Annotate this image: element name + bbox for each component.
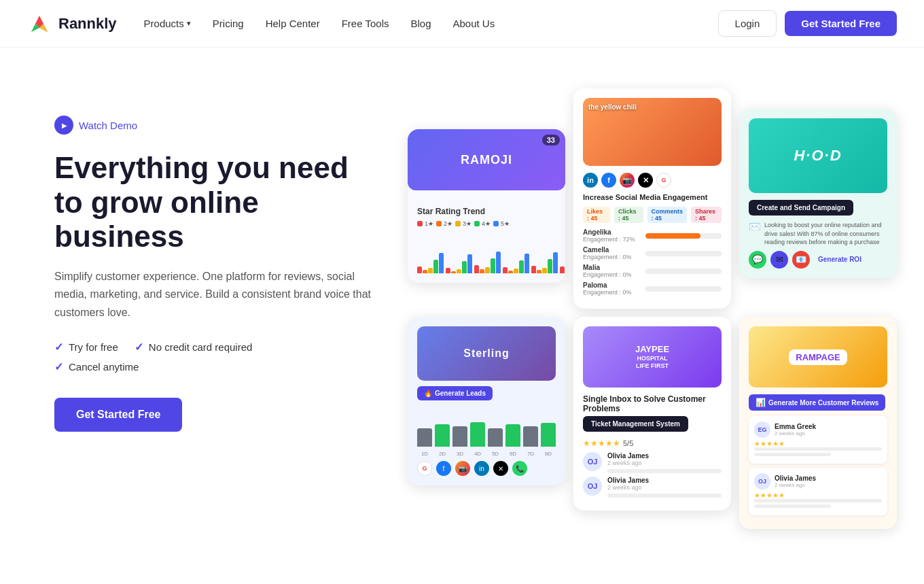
chart-icon: 📊	[756, 398, 766, 407]
legend-dot	[455, 221, 461, 226]
hero-cta-button[interactable]: Get Started Free	[54, 398, 182, 432]
legend-2star: 2★	[436, 220, 452, 227]
engagement-bar	[645, 251, 722, 256]
person-name: Angelika	[583, 228, 635, 236]
bar	[485, 267, 490, 273]
bar	[508, 271, 513, 273]
bar	[467, 254, 472, 273]
bar-group	[531, 252, 558, 273]
review-text-line	[607, 494, 722, 498]
bar-group	[474, 252, 501, 273]
card-body: H·O·D Create and Send Campaign ✉️ Lookin…	[739, 109, 897, 278]
leads-bar-chart	[417, 406, 556, 447]
bar-group	[417, 253, 444, 273]
bar	[519, 260, 524, 273]
reviewer-row: OJ Olivia James 2 weeks ago	[583, 452, 722, 473]
check-icon: ✓	[135, 341, 143, 354]
rc-name: Emma Greek	[775, 423, 816, 430]
leads-bar	[470, 422, 485, 447]
card-badge: 33	[542, 135, 560, 145]
bar	[548, 259, 552, 273]
clicks-badge: Clicks : 45	[614, 207, 643, 223]
leads-bar	[452, 426, 467, 447]
mail-icon: 📧	[792, 251, 810, 269]
reviews-card: RAMPAGE 📊 Generate More Customer Reviews…	[739, 317, 897, 529]
leads-bar	[541, 423, 556, 447]
leads-bar	[435, 424, 450, 447]
linkedin-icon: in	[474, 461, 489, 476]
bar	[553, 252, 558, 273]
reviewer-avatar: OJ	[583, 452, 602, 471]
campaign-card: H·O·D Create and Send Campaign ✉️ Lookin…	[739, 109, 897, 278]
nav-help-center[interactable]: Help Center	[266, 18, 320, 29]
nav-products[interactable]: Products ▾	[144, 18, 191, 29]
rc-text-line-short	[754, 453, 831, 456]
engagement-title: Increase Social Media Engagement	[583, 193, 722, 201]
legend-dot	[493, 221, 499, 226]
reviewer-info: Olivia James 2 weeks ago	[607, 477, 722, 498]
rating-row: ★★★★★ 5/5	[583, 439, 722, 448]
bar-chart	[417, 233, 556, 273]
leads-top-image: Sterling	[417, 326, 556, 381]
reviewer-row: OJ Olivia James 2 weeks ago	[583, 477, 722, 498]
get-started-button[interactable]: Get Started Free	[785, 11, 897, 36]
ticket-reviewers: OJ Olivia James 2 weeks ago OJ Olivia Ja…	[583, 452, 722, 498]
rc-time: 2 weeks ago	[775, 430, 816, 436]
generate-reviews-button: 📊 Generate More Customer Reviews	[749, 394, 885, 411]
watch-demo-button[interactable]: Watch Demo	[54, 116, 380, 135]
person-row: Paloma Engagement : 0%	[583, 281, 722, 296]
ticket-card: JAYPEE HOSPITAL LIFE FIRST Single Inbox …	[573, 317, 731, 511]
bar	[531, 266, 536, 273]
review-card: OJ Olivia James 2 weeks ago ★★★★★	[749, 468, 887, 515]
nav-free-tools[interactable]: Free Tools	[342, 18, 389, 29]
check-cancel: ✓ Cancel anytime	[54, 360, 139, 373]
check-icon: ✓	[54, 341, 63, 354]
x-label: 3D	[452, 451, 467, 457]
bar	[417, 267, 422, 273]
campaign-top-image: H·O·D	[749, 118, 887, 193]
fire-icon: 🔥	[424, 390, 432, 397]
hero-checks: ✓ Try for free ✓ No credit card required…	[54, 341, 380, 373]
person-sub: Engagement : 0%	[583, 254, 632, 260]
logo[interactable]: Rannkly	[27, 12, 117, 36]
legend-4star: 4★	[474, 220, 491, 227]
rating-legend: 1★ 2★ 3★ 4★	[417, 220, 556, 227]
shares-badge: Shares : 45	[691, 207, 722, 223]
person-info: Camella Engagement : 0%	[583, 246, 632, 260]
reviewer-info: Olivia James 2 weeks ago	[607, 452, 722, 473]
engagement-bar-fill	[645, 233, 700, 239]
reviews-list: EG Emma Greek 2 weeks ago ★★★★★ OJ Olivi…	[749, 416, 887, 515]
whatsapp-icon: 📞	[512, 461, 527, 476]
bar	[525, 254, 529, 273]
nav-left: Rannkly Products ▾ Pricing Help Center F…	[27, 12, 495, 36]
sterling-brand: Sterling	[463, 347, 510, 360]
nav-blog[interactable]: Blog	[410, 18, 431, 29]
login-button[interactable]: Login	[718, 10, 777, 37]
bar	[491, 258, 495, 273]
bar	[496, 252, 501, 273]
reviewer-name: Olivia James	[607, 452, 722, 460]
review-card: EG Emma Greek 2 weeks ago ★★★★★	[749, 416, 887, 464]
rampage-brand: RAMPAGE	[789, 349, 847, 365]
bar	[446, 268, 450, 273]
leads-bar	[505, 424, 520, 447]
nav-pricing[interactable]: Pricing	[213, 18, 244, 29]
restaurant-name: the yellow chili	[588, 103, 637, 111]
x-label: 4D	[470, 451, 485, 457]
instagram-icon: 📷	[455, 461, 470, 476]
engagement-metrics: Likes : 45 Clicks : 45 Comments : 45 Sha…	[583, 207, 722, 223]
review-text-line	[607, 469, 722, 473]
person-name: Camella	[583, 246, 632, 254]
bar	[474, 265, 479, 273]
person-row: Angelika Engagement : 72%	[583, 228, 722, 243]
x-icon: ✕	[638, 173, 653, 188]
brand-name: Rannkly	[58, 15, 117, 33]
x-label: 8D	[541, 451, 556, 457]
bar	[428, 268, 433, 273]
hod-brand: H·O·D	[794, 147, 842, 165]
google-icon: G	[417, 461, 432, 476]
x-label: 2D	[435, 451, 450, 457]
whatsapp-icon: 💬	[749, 251, 766, 269]
nav-about-us[interactable]: About Us	[453, 18, 495, 29]
hero-right: RAMOJI 33 Star Rating Trend 1★ 2★	[408, 88, 897, 529]
